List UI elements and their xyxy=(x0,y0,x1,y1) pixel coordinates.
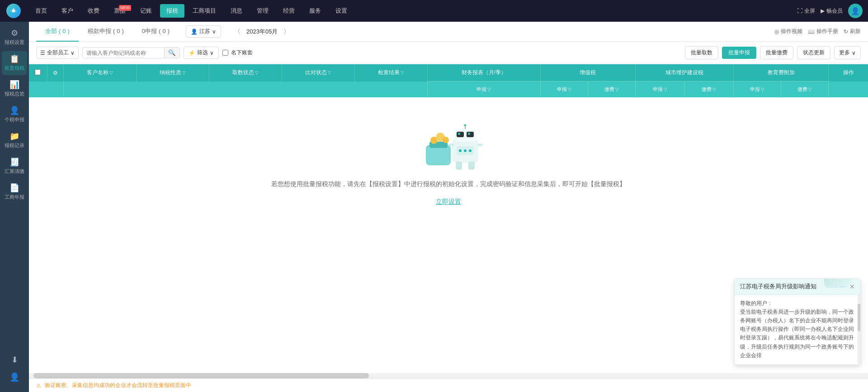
operation-video-link[interactable]: ◎ 操作视频 xyxy=(774,28,802,35)
tab-tax-declare[interactable]: 税款申报 (0) xyxy=(79,22,133,42)
th-financial-report: 财务报表（月/季） xyxy=(427,64,540,81)
notif-scroll-thumb xyxy=(858,304,860,332)
employee-select[interactable]: ☰ 全部员工 ∨ xyxy=(36,47,79,59)
table-sub-header-row: 申报 ▽ 申报 ▽ 缴费 xyxy=(29,81,868,98)
sidebar-user[interactable]: 👤 xyxy=(2,369,27,385)
filter-icon: ▽ xyxy=(487,87,491,92)
sidebar-item-clearance[interactable]: 🧾 汇算清缴 xyxy=(2,154,27,178)
batch-fetch-button[interactable]: 批量取数 xyxy=(685,46,718,59)
filter-icon: ▽ xyxy=(568,87,571,92)
member-icon: ▶ xyxy=(821,8,825,14)
filter-button[interactable]: ⚡ 筛选 ∨ xyxy=(184,47,219,59)
batch-pay-button[interactable]: 批量缴费 xyxy=(760,46,793,59)
search-button[interactable]: 🔍 xyxy=(164,48,179,58)
nav-business[interactable]: 工商项目 xyxy=(186,4,222,18)
account-checkbox[interactable] xyxy=(222,50,228,56)
refresh-button[interactable]: ↻ 刷新 xyxy=(844,28,861,35)
setup-link[interactable]: 立即设置 xyxy=(436,198,461,206)
fullscreen-icon: ⛶ xyxy=(797,8,802,14)
avatar[interactable]: 👤 xyxy=(848,4,863,18)
th-compare-status[interactable]: 比对状态 ▽ xyxy=(282,64,354,81)
status-update-button[interactable]: 状态更新 xyxy=(797,46,830,59)
sidebar-download[interactable]: ⬇ xyxy=(2,352,27,368)
tab-zero-declare[interactable]: 0申报 (0) xyxy=(133,22,179,42)
filter-icon: ▽ xyxy=(109,70,113,75)
sidebar-item-tax-settings[interactable]: ⚙ 报税设置 xyxy=(2,25,27,49)
nav-right-actions: ⛶ 全屏 ▶ 畅会员 👤 xyxy=(797,4,863,18)
bottom-bar: ⚠ 验证账密、采集信息均成功的企业才会流转至批量报税页面中 xyxy=(29,378,868,392)
select-all-checkbox[interactable] xyxy=(35,69,41,75)
member-button[interactable]: ▶ 畅会员 xyxy=(821,7,843,15)
notif-decoration xyxy=(824,279,851,288)
sidebar-item-tax-records[interactable]: 📁 报税记录 xyxy=(2,129,27,153)
more-button[interactable]: 更多 ∨ xyxy=(834,46,861,59)
new-badge: NEW xyxy=(119,5,131,11)
th-vat-pay[interactable]: 缴费 ▽ xyxy=(588,81,635,98)
sidebar-bottom: ⬇ 👤 xyxy=(2,352,27,388)
tax-overview-icon: 📊 xyxy=(9,81,19,89)
province-select[interactable]: 👤 江苏 ∨ xyxy=(186,25,221,38)
sidebar-item-batch-tax[interactable]: 📋 批量报税 xyxy=(2,51,27,75)
nav-customer[interactable]: 客户 xyxy=(55,4,80,18)
download-icon: ⬇ xyxy=(11,356,18,364)
chevron-down-icon: ∨ xyxy=(212,29,216,35)
nav-home[interactable]: 首页 xyxy=(29,4,53,18)
empty-text: 若您想使用批量报税功能，请先在【报税设置】中进行报税的初始化设置，完成密码验证和… xyxy=(271,179,626,189)
notif-title: 江苏电子税务局升级影响通知 xyxy=(740,282,816,291)
tab-all[interactable]: 全部 (0) xyxy=(36,22,79,42)
tax-records-icon: 📁 xyxy=(9,132,19,140)
nav-billing[interactable]: 收费 xyxy=(81,4,106,18)
sidebar-label-personal-tax: 个税申报 xyxy=(5,116,24,123)
notification-panel: 江苏电子税务局升级影响通知 — ✕ 尊敬的用户： 受当前电子税务局进一步升级的影… xyxy=(734,278,861,365)
nav-tax[interactable]: 报税 xyxy=(160,4,184,18)
sidebar-item-personal-tax[interactable]: 👤 个税申报 xyxy=(2,103,27,127)
scroll-thumb xyxy=(33,373,369,378)
th-vat-declare[interactable]: 申报 ▽ xyxy=(540,81,588,98)
nav-invoice[interactable]: 票据 NEW xyxy=(108,4,132,18)
nav-message[interactable]: 消息 xyxy=(224,4,249,18)
sidebar-label-annual-report: 工商年报 xyxy=(5,194,24,201)
personal-tax-icon: 👤 xyxy=(9,106,19,115)
video-icon: ◎ xyxy=(774,29,779,35)
manual-icon: 📖 xyxy=(808,29,815,35)
nav-accounting[interactable]: 记账 xyxy=(134,4,158,18)
nav-operation[interactable]: 经营 xyxy=(277,4,301,18)
search-wrap: 🔍 xyxy=(82,47,180,58)
search-input[interactable] xyxy=(83,48,164,58)
nav-settings[interactable]: 设置 xyxy=(329,4,354,18)
th-financial-declare[interactable]: 申报 ▽ xyxy=(427,81,540,98)
sidebar-label-tax-settings: 报税设置 xyxy=(5,39,24,46)
th-city-pay[interactable]: 缴费 ▽ xyxy=(684,81,733,98)
empty-state: 若您想使用批量报税功能，请先在【报税设置】中进行报税的初始化设置，完成密码验证和… xyxy=(29,97,868,233)
filter-icon: ▽ xyxy=(664,87,667,92)
th-edu-pay[interactable]: 缴费 ▽ xyxy=(781,81,829,98)
notif-scrollbar[interactable] xyxy=(858,295,860,364)
nav-management[interactable]: 管理 xyxy=(250,4,275,18)
th-city-tax: 城市维护建设税 xyxy=(636,64,734,81)
th-fetch-status[interactable]: 取数状态 ▽ xyxy=(209,64,282,81)
fullscreen-button[interactable]: ⛶ 全屏 xyxy=(797,7,815,15)
notif-greeting: 尊敬的用户： xyxy=(740,299,855,308)
nav-service[interactable]: 服务 xyxy=(303,4,327,18)
horizontal-scrollbar[interactable] xyxy=(29,373,868,378)
th-check-result[interactable]: 检查结果 ▽ xyxy=(354,64,427,81)
sidebar-item-tax-overview[interactable]: 📊 报税总览 xyxy=(2,77,27,101)
sidebar-label-batch-tax: 批量报税 xyxy=(5,65,24,72)
th-edu-declare[interactable]: 申报 ▽ xyxy=(733,81,781,98)
svg-point-0 xyxy=(12,10,15,12)
sidebar-item-annual-report[interactable]: 📄 工商年报 xyxy=(2,180,27,204)
next-month-button[interactable]: 〉 xyxy=(281,26,292,37)
th-city-declare[interactable]: 申报 ▽ xyxy=(636,81,684,98)
operation-manual-link[interactable]: 📖 操作手册 xyxy=(808,28,838,35)
filter-icon: ▽ xyxy=(712,87,716,92)
batch-declare-button[interactable]: 批量申报 xyxy=(722,47,756,59)
sidebar-label-tax-records: 报税记录 xyxy=(5,142,24,149)
settings-icon[interactable]: ⚙ xyxy=(53,70,58,76)
th-tax-type[interactable]: 纳税性质 ▽ xyxy=(136,64,209,81)
svg-point-5 xyxy=(443,137,449,143)
logo[interactable] xyxy=(5,3,22,19)
prev-month-button[interactable]: 〈 xyxy=(232,26,243,37)
svg-point-13 xyxy=(464,124,467,126)
th-customer-name[interactable]: 客户名称 ▽ xyxy=(63,64,136,81)
account-checkbox-label[interactable]: 名下账套 xyxy=(222,49,253,57)
